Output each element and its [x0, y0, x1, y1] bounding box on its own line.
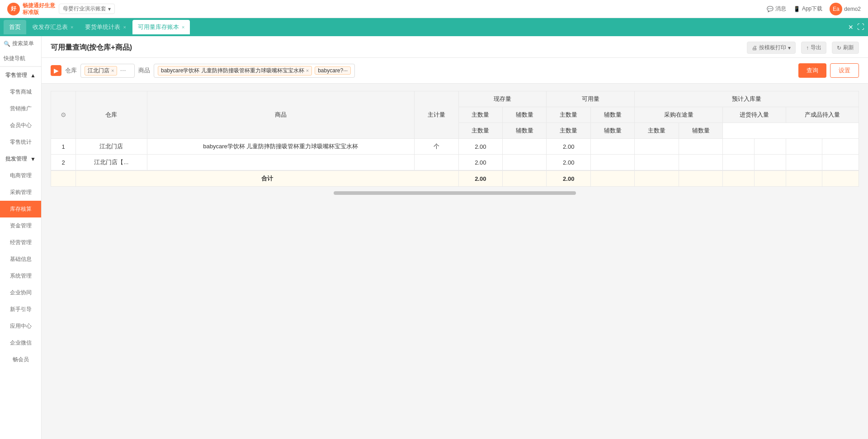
td-index: 1	[51, 139, 76, 155]
sidebar-item-vip-member[interactable]: 畅会员	[0, 351, 41, 368]
refresh-button[interactable]: ↻ 刷新	[832, 42, 859, 54]
app-download-button[interactable]: 📱 App下载	[793, 5, 822, 13]
refresh-icon: ↻	[837, 45, 841, 51]
more-options-icon[interactable]: ···	[120, 66, 126, 75]
remove-warehouse-tag[interactable]: ×	[111, 68, 114, 73]
th-incoming2-group: 进货待入量	[723, 107, 786, 123]
th-pur-aux: 辅数量	[503, 123, 547, 139]
filter-toggle-button[interactable]: ▶	[51, 65, 61, 76]
th-product: 商品	[147, 91, 415, 139]
arrow-icon: ▼	[30, 156, 36, 162]
total-stock-aux	[503, 170, 547, 187]
table-body: 1 江北门店 babycare学饮杯 儿童防摔防撞吸管杯重力球吸嘴杯宝宝水杯 个…	[51, 139, 859, 171]
td-inc-aux	[755, 139, 786, 155]
sidebar-search[interactable]: 🔍 搜索菜单	[0, 36, 41, 51]
arrow-icon: ▲	[30, 72, 36, 79]
total-prod-main	[786, 170, 822, 187]
sidebar-item-operations[interactable]: 经营管理	[0, 234, 41, 251]
page-title: 可用量查询(按仓库+商品)	[51, 43, 132, 52]
total-prod-aux	[822, 170, 859, 187]
sidebar-quick-nav[interactable]: 快捷导航	[0, 51, 41, 66]
tab-collect-pay[interactable]: 收发存汇总表 ×	[27, 20, 79, 34]
td-avail-main: 2.00	[547, 155, 590, 171]
td-prod-aux	[822, 155, 859, 171]
table-area: ⚙ 仓库 商品 主计量 现存量 可用量 预计入库量 主数量 辅数量 主数量 辅数…	[42, 84, 868, 439]
td-prod-main	[786, 139, 822, 155]
settings-icon[interactable]: ⚙	[61, 111, 66, 118]
tab-home[interactable]: 首页	[4, 20, 26, 34]
td-warehouse: 江北门店【...	[76, 155, 147, 171]
sidebar-item-marketing[interactable]: 营销推广	[0, 100, 41, 117]
tab-available-stock[interactable]: 可用量库存账本 ×	[132, 20, 190, 34]
user-profile[interactable]: Ea demo2	[830, 3, 861, 15]
chevron-down-icon: ▾	[788, 45, 791, 51]
td-product	[147, 155, 415, 171]
product-tag-2: babycare?···	[315, 66, 351, 75]
sidebar-item-enterprise-wechat[interactable]: 企业微信	[0, 335, 41, 351]
logo-area: 好 畅捷通好生意 标准版	[7, 2, 55, 15]
th-settings[interactable]: ⚙	[51, 91, 76, 139]
sidebar-item-wholesale-mgmt[interactable]: 批发管理 ▼	[0, 151, 41, 167]
total-label: 合计	[76, 170, 458, 187]
tab-close-icon[interactable]: ×	[182, 24, 184, 30]
sidebar-item-finance[interactable]: 资金管理	[0, 217, 41, 234]
td-unit: 个	[415, 139, 458, 155]
remove-product-tag1[interactable]: ×	[306, 68, 309, 73]
tab-close-icon[interactable]: ×	[71, 24, 73, 30]
search-icon: 🔍	[4, 41, 10, 47]
sidebar-item-app-center[interactable]: 应用中心	[0, 318, 41, 335]
td-index: 2	[51, 155, 76, 171]
tab-order-stats[interactable]: 要货单统计表 ×	[80, 20, 131, 34]
query-button[interactable]: 查询	[798, 63, 826, 78]
th-inc-aux: 辅数量	[590, 123, 634, 139]
product-label: 商品	[138, 66, 150, 75]
expand-icon[interactable]: ⛶	[857, 23, 864, 31]
close-all-icon[interactable]: ✕	[848, 24, 854, 31]
product-tag-1: babycare学饮杯 儿童防摔防撞吸管杯重力球吸嘴杯宝宝水杯 ×	[158, 66, 312, 76]
total-row: 合计 2.00 2.00	[51, 170, 859, 187]
print-template-button[interactable]: 🖨 按模板打印 ▾	[747, 42, 796, 54]
sidebar-item-retail-stats[interactable]: 零售统计	[0, 134, 41, 151]
setting-button[interactable]: 设置	[830, 63, 859, 78]
nav-close-all: ✕ ⛶	[848, 23, 864, 31]
chevron-down-icon: ▾	[108, 6, 111, 12]
nav-tabs: 首页 收发存汇总表 × 要货单统计表 × 可用量库存账本 × ✕ ⛶	[0, 18, 868, 36]
td-avail-aux	[590, 139, 634, 155]
sidebar-item-enterprise[interactable]: 企业协同	[0, 284, 41, 301]
td-stock-aux	[503, 155, 547, 171]
warehouse-label: 仓库	[65, 66, 77, 75]
warehouse-input[interactable]: 江北门店 × ···	[80, 64, 135, 78]
download-icon: 📱	[793, 6, 800, 12]
sidebar-item-retail-shop[interactable]: 零售商城	[0, 84, 41, 100]
product-input[interactable]: babycare学饮杯 儿童防摔防撞吸管杯重力球吸嘴杯宝宝水杯 × babyca…	[154, 64, 355, 78]
td-warehouse: 江北门店	[76, 139, 147, 155]
th-prod-aux: 辅数量	[679, 123, 722, 139]
sidebar-item-purchase-mgmt[interactable]: 采购管理	[0, 184, 41, 201]
filter-actions: 查询 设置	[798, 63, 859, 78]
sidebar-item-ecommerce[interactable]: 电商管理	[0, 167, 41, 184]
total-inc-main	[723, 170, 755, 187]
data-table: ⚙ 仓库 商品 主计量 现存量 可用量 预计入库量 主数量 辅数量 主数量 辅数…	[51, 91, 859, 187]
sidebar-item-retail-mgmt[interactable]: 零售管理 ▲	[0, 67, 41, 84]
message-button[interactable]: 💬 消息	[767, 5, 786, 13]
td-avail-main: 2.00	[547, 139, 590, 155]
printer-icon: 🖨	[752, 45, 757, 51]
td-pur-aux	[679, 155, 722, 171]
table-header-row-1: ⚙ 仓库 商品 主计量 现存量 可用量 预计入库量	[51, 91, 859, 107]
table-row: 1 江北门店 babycare学饮杯 儿童防摔防撞吸管杯重力球吸嘴杯宝宝水杯 个…	[51, 139, 859, 155]
tab-close-icon[interactable]: ×	[123, 24, 126, 30]
sidebar-item-inventory[interactable]: 库存核算	[0, 201, 41, 217]
td-pur-main	[635, 155, 679, 171]
sidebar-item-system-mgmt[interactable]: 系统管理	[0, 268, 41, 284]
horizontal-scrollbar[interactable]	[51, 190, 859, 196]
export-button[interactable]: ↑ 导出	[801, 42, 826, 54]
td-inc-main	[723, 155, 755, 171]
sidebar-item-basic-info[interactable]: 基础信息	[0, 251, 41, 268]
sidebar-item-new-guide[interactable]: 新手引导	[0, 301, 41, 318]
total-pur-main	[635, 170, 679, 187]
sidebar-item-member-center[interactable]: 会员中心	[0, 117, 41, 134]
td-pur-main	[635, 139, 679, 155]
td-product: babycare学饮杯 儿童防摔防撞吸管杯重力球吸嘴杯宝宝水杯	[147, 139, 415, 155]
page-header: 可用量查询(按仓库+商品) 🖨 按模板打印 ▾ ↑ 导出 ↻ 刷新	[42, 36, 868, 58]
industry-selector[interactable]: 母婴行业演示账套 ▾	[59, 4, 115, 14]
